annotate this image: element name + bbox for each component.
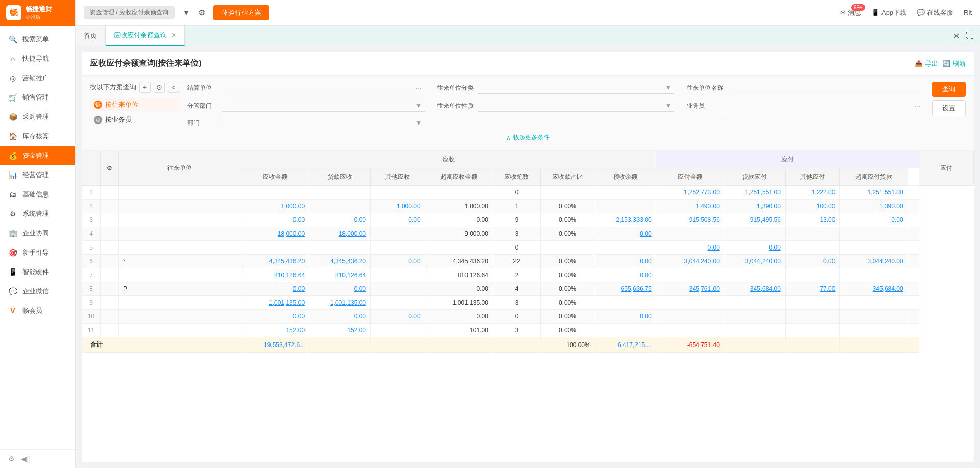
col-rec-ratio[interactable]: 应收款占比	[541, 168, 595, 186]
col-rec-amount[interactable]: 应收金额	[241, 168, 309, 186]
query-btn[interactable]: 查询	[932, 82, 966, 97]
row-gear[interactable]	[101, 324, 119, 337]
row-gear[interactable]	[101, 227, 119, 241]
vip-icon: V	[8, 306, 17, 315]
row-gear[interactable]	[101, 282, 119, 296]
row-gear[interactable]	[101, 241, 119, 255]
row-pay-remain	[908, 241, 919, 255]
setting-btn[interactable]: 设置	[932, 100, 966, 116]
refresh-btn[interactable]: 🔄 刷新	[942, 59, 966, 68]
row-overdue-pay	[840, 296, 908, 310]
tab-close-btn[interactable]: ✕	[953, 31, 960, 41]
dept2-input[interactable]: ▼	[222, 117, 425, 129]
tab-expand-btn[interactable]: ⛶	[966, 31, 974, 40]
sidebar-item-sys-mgmt[interactable]: ⚙ 系统管理	[0, 204, 75, 224]
breadcrumb: 资金管理 / 应收应付余额查询	[90, 8, 168, 17]
export-btn[interactable]: 📤 导出	[915, 59, 938, 68]
row-gear[interactable]	[101, 213, 119, 227]
table-row: 7810,126.64810,126.64810,126.6420.00%0.0…	[82, 268, 974, 282]
sidebar-settings-btn[interactable]: ⚙	[8, 455, 15, 463]
sidebar-item-enterprise-wx[interactable]: 💬 企业微信	[0, 282, 75, 301]
row-gear[interactable]	[101, 296, 119, 310]
dept-input[interactable]: ▼	[222, 100, 425, 112]
scheme-by-staff[interactable]: ⊙ 按业务员	[90, 113, 179, 127]
col-overdue-pay[interactable]: 超期应付货款	[840, 168, 908, 186]
tab-ar-ap[interactable]: 应收应付余额查询 ✕	[106, 26, 185, 46]
user-menu[interactable]: Rit	[964, 9, 972, 16]
row-num: 2	[82, 200, 101, 213]
col-pay-amount[interactable]: 应付金额	[656, 168, 724, 186]
sidebar-item-inventory[interactable]: 🏠 库存核算	[0, 127, 75, 146]
online-service-btn[interactable]: 💬 在线客服	[917, 8, 953, 17]
row-loan-rec	[309, 241, 371, 255]
col-gear[interactable]: ⚙	[101, 151, 119, 186]
sidebar-item-operations[interactable]: 📊 经营管理	[0, 165, 75, 185]
sidebar-item-sales[interactable]: 🛒 销售管理	[0, 88, 75, 107]
sidebar-item-finance[interactable]: 💰 资金管理	[0, 146, 75, 165]
row-gear[interactable]	[101, 186, 119, 200]
col-loan-rec[interactable]: 贷款应收	[309, 168, 371, 186]
sidebar-item-basic-info[interactable]: 🗂 基础信息	[0, 185, 75, 204]
app-download-btn[interactable]: 📱 App下载	[871, 8, 906, 17]
sidebar-item-marketing[interactable]: ◎ 营销推广	[0, 68, 75, 88]
col-overdue-rec[interactable]: 超期应收金额	[425, 168, 493, 186]
collapse-more-btn[interactable]: ∧ 收起更多条件	[90, 131, 966, 144]
row-other-pay	[785, 296, 840, 310]
row-overdue-rec: 1,001,135.00	[425, 296, 493, 310]
sidebar-collapse-btn[interactable]: ◀‖	[21, 455, 30, 463]
sales-icon: 🛒	[8, 93, 17, 102]
sidebar-item-label: 经营管理	[22, 170, 49, 180]
sidebar-item-label: 营销推广	[22, 73, 49, 83]
salesperson-input[interactable]: ···	[721, 100, 924, 112]
sidebar-item-purchase[interactable]: 📦 采购管理	[0, 107, 75, 127]
col-other-pay[interactable]: 其他应付	[785, 168, 840, 186]
row-rec-amount	[241, 241, 309, 255]
sidebar-item-enterprise[interactable]: 🏢 企业协同	[0, 224, 75, 243]
table-row: 8P0.000.000.0040.00%655,636.75345,761.00…	[82, 282, 974, 296]
col-loan-pay[interactable]: 贷款应付	[724, 168, 785, 186]
sidebar-item-label: 库存核算	[22, 132, 49, 141]
sidebar-item-new-guide[interactable]: 🎯 新手引导	[0, 243, 75, 262]
sidebar-item-quick-nav[interactable]: ⌂ 快捷导航	[0, 49, 75, 68]
message-btn[interactable]: ✉ 消息 99+	[840, 8, 861, 17]
filter-field-partner-nature: 往来单位性质 ▼	[437, 100, 674, 112]
row-rec-count: 22	[493, 255, 540, 268]
sidebar-item-search-menu[interactable]: 🔍 搜索菜单	[0, 30, 75, 49]
row-gear[interactable]	[101, 310, 119, 324]
row-gear[interactable]	[101, 268, 119, 282]
scheme-by-partner[interactable]: 畅 按往来单位	[90, 98, 179, 111]
header-dropdown-btn[interactable]: ▼	[183, 9, 190, 17]
header-right: ✉ 消息 99+ 📱 App下载 💬 在线客服 Rit	[840, 8, 972, 17]
filter-collapse-btn[interactable]: «	[168, 82, 179, 93]
row-overdue-pay: 345,684.00	[840, 282, 908, 296]
enterprise-wx-icon: 💬	[8, 287, 17, 296]
page-actions: 📤 导出 🔄 刷新	[915, 59, 966, 68]
filter-add-btn[interactable]: +	[139, 82, 151, 93]
header-gear-icon[interactable]: ⚙	[198, 8, 205, 17]
sidebar-item-vip[interactable]: V 畅会员	[0, 301, 75, 321]
row-overdue-pay	[840, 241, 908, 255]
partner-cat-input[interactable]: ▼	[478, 82, 674, 94]
settlement-input[interactable]: ···	[222, 82, 425, 94]
partner-name-input[interactable]	[727, 86, 924, 90]
row-pay-remain	[908, 227, 919, 241]
sidebar-logo: 畅 畅捷通财 标准版	[0, 0, 75, 26]
col-other-rec[interactable]: 其他应收	[371, 168, 425, 186]
trial-btn[interactable]: 体验行业方案	[213, 5, 270, 20]
filter-setting-btn[interactable]: ⊙	[154, 82, 165, 93]
inventory-icon: 🏠	[8, 132, 17, 141]
col-prepaid[interactable]: 预收余额	[595, 168, 656, 186]
tab-close-icon[interactable]: ✕	[171, 32, 176, 39]
partner-nature-input[interactable]: ▼	[478, 100, 674, 112]
sidebar-item-smart-hw[interactable]: 📱 智能硬件	[0, 262, 75, 282]
tab-home[interactable]: 首页	[76, 26, 106, 46]
col-rec-count[interactable]: 应收笔数	[493, 168, 540, 186]
row-gear[interactable]	[101, 200, 119, 213]
row-partner	[119, 324, 241, 337]
row-overdue-rec	[425, 186, 493, 200]
row-gear[interactable]	[101, 255, 119, 268]
row-overdue-pay: 3,044,240.00	[840, 255, 908, 268]
row-pay-amount	[656, 324, 724, 337]
row-other-pay	[785, 310, 840, 324]
marketing-icon: ◎	[8, 73, 17, 83]
